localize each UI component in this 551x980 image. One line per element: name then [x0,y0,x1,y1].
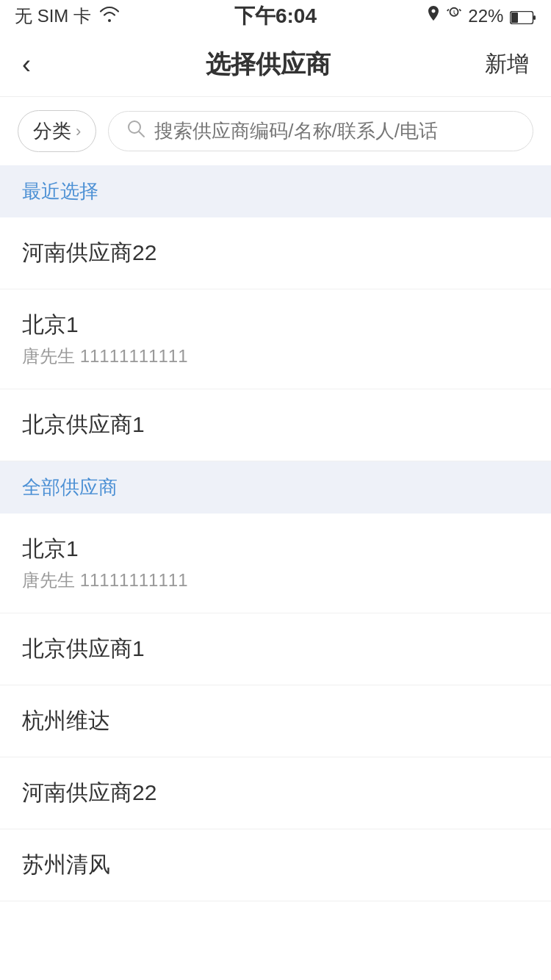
location-icon [427,6,440,26]
item-name: 北京1 [22,534,529,564]
svg-rect-1 [511,12,518,23]
category-button[interactable]: 分类 › [18,110,96,152]
category-label: 分类 [33,118,71,144]
battery-label: 22% [468,6,536,26]
status-left: 无 SIM 卡 [15,4,120,28]
item-name: 北京供应商1 [22,634,529,664]
svg-rect-2 [533,15,536,20]
recent-section-header: 最近选择 [0,165,551,217]
status-right: 22% [427,6,536,26]
svg-line-4 [139,131,144,137]
filter-row: 分类 › [0,97,551,165]
status-time: 下午6:04 [234,2,317,30]
all-section-header: 全部供应商 [0,461,551,514]
item-name: 北京供应商1 [22,410,529,440]
list-item[interactable]: 北京1唐先生 11111111111 [0,514,551,613]
list-item[interactable]: 苏州清风 [0,829,551,901]
recent-items-list: 河南供应商22北京1唐先生 11111111111北京供应商1 [0,217,551,461]
list-item[interactable]: 河南供应商22 [0,217,551,289]
carrier-label: 无 SIM 卡 [15,4,91,28]
page-title: 选择供应商 [66,48,470,82]
list-item[interactable]: 河南供应商22 [0,757,551,829]
search-box[interactable] [108,111,533,151]
list-item[interactable]: 杭州维达 [0,685,551,757]
item-name: 河南供应商22 [22,238,529,268]
back-button[interactable]: ‹ [22,49,66,80]
list-item[interactable]: 北京供应商1 [0,613,551,685]
nav-bar: ‹ 选择供应商 新增 [0,32,551,97]
item-name: 杭州维达 [22,706,529,736]
item-sub: 唐先生 11111111111 [22,569,529,592]
search-input[interactable] [154,120,515,143]
add-button[interactable]: 新增 [470,49,529,79]
wifi-icon [98,6,120,26]
status-bar: 无 SIM 卡 下午6:04 22% [0,0,551,32]
list-item[interactable]: 北京供应商1 [0,389,551,461]
search-icon [126,119,145,143]
item-sub: 唐先生 11111111111 [22,345,529,368]
item-name: 苏州清风 [22,850,529,880]
recent-section-label: 最近选择 [22,180,98,202]
item-name: 河南供应商22 [22,778,529,808]
all-section-label: 全部供应商 [22,476,118,498]
alarm-icon [446,6,462,26]
list-item[interactable]: 北京1唐先生 11111111111 [0,289,551,389]
all-items-list: 北京1唐先生 11111111111北京供应商1杭州维达河南供应商22苏州清风 [0,514,551,901]
item-name: 北京1 [22,310,529,340]
chevron-right-icon: › [76,122,81,141]
